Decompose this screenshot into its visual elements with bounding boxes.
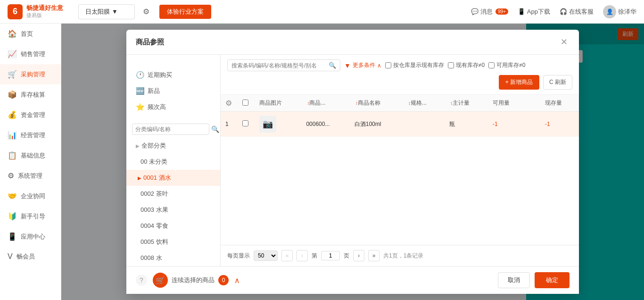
app-download-btn[interactable]: 📱 App下载 [518,8,550,16]
modal-toolbar: 🔍 ▼ 更多条件 ∧ 按仓库显示现有库存 [221,55,579,95]
settings-gear-icon[interactable]: ⚙ [225,99,232,107]
quick-item-recent[interactable]: 🕐 近期购买 [126,67,220,83]
refresh-btn[interactable]: C 刷新 [543,75,572,90]
sidebar-item-basic-info[interactable]: 📋 基础信息 [0,145,61,166]
cancel-btn[interactable]: 取消 [498,272,530,288]
modal-header: 商品参照 ✕ [126,30,579,55]
sidebar-label-home: 首页 [21,30,33,38]
col-spacer [527,95,540,112]
cat-label-liquor: 0001 酒水 [143,174,171,182]
cat-item-beverage[interactable]: 0005 饮料 [126,234,220,250]
sidebar-item-guide[interactable]: 🔰 新手引导 [0,206,61,226]
category-search-input[interactable] [132,124,209,135]
continuous-label: 连续选择的商品 0 ∧ [172,275,240,285]
checkbox-available-text: 现有库存≠0 [456,61,485,69]
row-select-checkbox[interactable] [242,120,248,126]
page-number-input[interactable] [321,251,340,260]
experience-btn[interactable]: 体验行业方案 [159,5,211,19]
system-icon: ⚙ [8,171,14,180]
user-profile[interactable]: 👤 徐泽华 [603,5,636,18]
checkbox-usable-label[interactable]: 可用库存≠0 [488,61,525,69]
help-btn[interactable]: ? [136,275,147,286]
sort-icon-unit[interactable]: ↕ [450,100,453,106]
category-search-icon[interactable]: 🔍 [211,125,219,133]
prev-page-btn[interactable]: ‹ [297,250,308,261]
new-icon: 🆕 [136,87,145,95]
online-service-btn[interactable]: 🎧 在线客服 [560,8,594,16]
cat-label-water: 0008 水 [140,254,162,262]
sidebar-item-enterprise[interactable]: 🤝 企业协同 [0,186,61,206]
col-stock: 现存量 [540,95,579,112]
toolbar-right: + 新增商品 C 刷新 [499,75,572,90]
sidebar-item-finance[interactable]: 💰 资金管理 [0,105,61,125]
cat-item-liquor[interactable]: ▶ 0001 酒水 [126,170,220,186]
cat-item-tea[interactable]: 0002 茶叶 [126,186,220,202]
checkbox-warehouse[interactable] [385,62,391,68]
sidebar-item-app-center[interactable]: 📱 应用中心 [0,226,61,247]
sort-icon[interactable]: ↕ [307,100,309,106]
sidebar-item-operations[interactable]: 📊 经营管理 [0,125,61,145]
checkbox-available[interactable] [448,62,454,68]
row-name: 白酒100ml [350,112,403,137]
modal-overlay: 商品参照 ✕ 🕐 近期购买 [61,24,644,300]
confirm-btn[interactable]: 确定 [535,272,570,288]
nav-dropdown[interactable]: 日太阳膜 ▼ [78,4,135,19]
sidebar-item-home[interactable]: 🏠 首页 [0,24,61,44]
cat-label-uncategorized: 00 未分类 [140,158,167,166]
sidebar-item-inventory[interactable]: 📦 库存核算 [0,84,61,105]
quick-item-new[interactable]: 🆕 新品 [126,83,220,99]
col-unit: ↕主计量 [445,95,488,112]
sidebar-label-guide: 新手引导 [21,212,45,221]
last-page-btn[interactable]: » [368,250,380,261]
sidebar-item-system[interactable]: ⚙ 系统管理 [0,166,61,186]
product-search-input[interactable] [231,62,326,69]
product-reference-modal: 商品参照 ✕ 🕐 近期购买 [126,30,579,294]
row-spec [403,112,445,137]
nav-right: 💬 消息 99+ 📱 App下载 🎧 在线客服 👤 徐泽华 [471,5,636,18]
product-table-wrap: ⚙ 商品图片 ↕商品... [221,95,579,245]
first-page-btn[interactable]: « [281,250,293,261]
messages-badge: 99+ [495,8,508,15]
messages-btn[interactable]: 💬 消息 99+ [471,8,508,16]
cat-item-all[interactable]: ▶ 全部分类 [126,138,220,154]
checkbox-usable[interactable] [488,62,495,68]
sidebar-item-sales[interactable]: 📈 销售管理 [0,44,61,64]
settings-icon[interactable]: ⚙ [139,4,154,19]
modal-close-btn[interactable]: ✕ [558,36,570,48]
cat-item-snack[interactable]: 0004 零食 [126,218,220,234]
category-search-area: 🔍 [126,121,220,138]
checkbox-warehouse-label[interactable]: 按仓库显示现有库存 [385,61,444,69]
sidebar-label-app-center: 应用中心 [21,233,45,241]
filter-label: 更多条件 [353,61,375,69]
quick-label-new: 新品 [148,87,160,95]
quick-item-frequent[interactable]: ⭐ 频次高 [126,99,220,115]
next-page-btn[interactable]: › [353,250,364,261]
avatar: 👤 [603,5,616,18]
guide-icon: 🔰 [8,212,17,221]
finance-icon: 💰 [8,110,17,119]
product-image: 📷 [259,116,276,133]
cart-btn[interactable]: 🛒 [153,273,168,288]
table-row[interactable]: 1 📷 000600... 白酒100ml [221,112,579,137]
page-size-select[interactable]: 50 10 20 100 [254,250,278,261]
sort-icon-spec[interactable]: ↕ [408,100,411,106]
sidebar-item-purchase[interactable]: 🛒 采购管理 [0,64,61,84]
purchase-icon: 🛒 [8,70,17,79]
sort-icon-name[interactable]: ↕ [355,100,358,106]
sidebar-label-purchase: 采购管理 [21,70,45,79]
sidebar-item-member[interactable]: V 畅会员 [0,247,61,267]
cat-item-water[interactable]: 0008 水 [126,250,220,266]
search-icon[interactable]: 🔍 [329,62,336,69]
cat-item-fruit[interactable]: 0003 水果 [126,202,220,218]
star-icon: ⭐ [136,103,145,111]
filter-btn[interactable]: ▼ 更多条件 ∧ [344,61,381,69]
cat-item-uncategorized[interactable]: 00 未分类 [126,154,220,170]
select-all-checkbox[interactable] [242,100,248,106]
chevron-up-icon: ∧ [377,62,381,69]
operations-icon: 📊 [8,131,17,140]
checkbox-available-label[interactable]: 现有库存≠0 [448,61,485,69]
col-settings: ⚙ [221,95,238,112]
collapse-arrow-icon[interactable]: ∧ [234,276,240,285]
row-checkbox [238,112,255,137]
add-product-btn[interactable]: + 新增商品 [499,75,539,90]
